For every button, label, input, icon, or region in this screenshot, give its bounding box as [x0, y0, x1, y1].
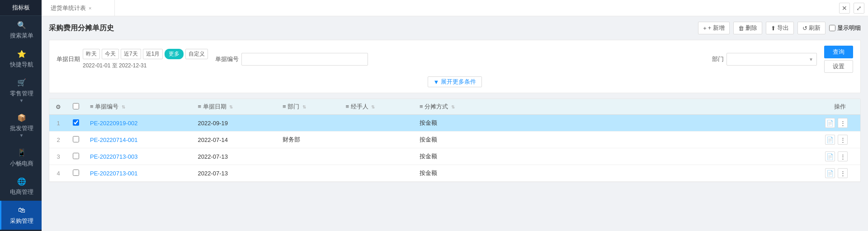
sidebar-item-search[interactable]: 🔍 搜索菜单 [0, 16, 42, 45]
more-button[interactable]: ⋮ [838, 168, 848, 178]
dept-filter: 部门 ▼ [712, 53, 817, 66]
row-split-method: 按金额 [414, 165, 820, 182]
row-checkbox[interactable] [73, 119, 79, 126]
date-filter-group: 昨天 今天 近7天 近1月 更多 自定义 2022-01-01 至 2022-1… [83, 49, 208, 70]
select-all-checkbox[interactable] [73, 103, 79, 109]
th-settings[interactable]: ⚙ [49, 99, 67, 115]
row-dept [277, 165, 340, 182]
refresh-button[interactable]: ↺ 刷新 [797, 22, 826, 34]
row-checkbox-cell [67, 165, 85, 182]
quick-icon: ⭐ [17, 49, 26, 59]
view-button[interactable]: 📄 [825, 168, 835, 178]
expand-more-button[interactable]: ▼ 展开更多条件 [428, 76, 482, 87]
add-button[interactable]: + + 新增 [698, 22, 730, 34]
delete-button[interactable]: 🗑 删除 [733, 22, 762, 34]
doc-num-input[interactable] [241, 53, 368, 66]
tab-incoming_stats[interactable]: 进货单统计表 × [45, 0, 115, 16]
filter-settings-button[interactable]: 设置 [824, 60, 853, 73]
page-header: 采购费用分摊单历史 + + 新增 🗑 删除 ⬆ 导出 ↺ 刷新 [49, 22, 861, 34]
view-button[interactable]: 📄 [825, 118, 835, 128]
tab-close-icon[interactable]: × [89, 5, 91, 11]
date-filter: 单据日期 昨天 今天 近7天 近1月 更多 自定义 2022-01-01 至 2… [57, 49, 208, 70]
today-btn[interactable]: 今天 [102, 49, 119, 59]
retail-icon: 🛒 [17, 78, 26, 88]
date-buttons: 昨天 今天 近7天 近1月 更多 自定义 [83, 49, 208, 59]
view-button[interactable]: 📄 [825, 151, 835, 161]
doc-num-label: 单据编号 [215, 55, 239, 63]
row-doc-date: 2022-09-19 [192, 115, 277, 132]
sort-icon: ⇅ [229, 104, 233, 109]
show-detail-checkbox[interactable] [829, 25, 835, 31]
export-button[interactable]: ⬆ 导出 [766, 22, 794, 34]
search-icon: 🔍 [17, 20, 26, 30]
sidebar-item-retail[interactable]: 🛒 零售管理 ▼ [0, 73, 42, 108]
row-checkbox[interactable] [73, 170, 79, 176]
table-row: 1 PE-20220919-002 2022-09-19 按金额 📄 ⋮ [49, 115, 860, 132]
custom-btn[interactable]: 自定义 [185, 49, 208, 59]
row-doc-num: PE-20220713-001 [85, 165, 192, 182]
more-btn[interactable]: 更多 [165, 49, 184, 59]
close-tab-button[interactable]: ✕ [839, 3, 850, 14]
row-checkbox[interactable] [73, 136, 79, 142]
sidebar-item-label: 采购管理 [10, 217, 33, 225]
th-handler: ≡ 经手人 ⇅ [340, 99, 414, 115]
row-checkbox[interactable] [73, 153, 79, 159]
th-doc-num: ≡ 单据编号 ⇅ [85, 99, 192, 115]
sidebar-item-label: 零售管理 [10, 90, 33, 98]
row-operation: 📄 ⋮ [820, 115, 860, 132]
doc-num-link[interactable]: PE-20220714-001 [90, 137, 138, 143]
sidebar-item-wholesale[interactable]: 📦 批发管理 ▼ [0, 108, 42, 144]
th-operation: 操作 [820, 99, 860, 115]
yesterday-btn[interactable]: 昨天 [83, 49, 100, 59]
add-icon: + [703, 25, 707, 32]
sidebar: 指标板 🔍 搜索菜单 ⭐ 快捷导航 🛒 零售管理 ▼ 📦 批发管理 ▼ 📱 小畅… [0, 0, 42, 231]
sidebar-item-ecommerce[interactable]: 🌐 电商管理 [0, 172, 42, 201]
table-header-row: ⚙ ≡ 单据编号 ⇅ ≡ 单据日期 ⇅ [49, 99, 860, 115]
doc-num-link[interactable]: PE-20220713-001 [90, 170, 138, 177]
view-icon: 📄 [826, 153, 834, 160]
doc-num-filter: 单据编号 [215, 53, 705, 66]
doc-num-link[interactable]: PE-20220713-003 [90, 153, 138, 160]
more-button[interactable]: ⋮ [838, 151, 848, 161]
sidebar-item-purchase[interactable]: 🛍 采购管理 [0, 201, 42, 230]
date-range-display: 2022-01-01 至 2022-12-31 [83, 62, 208, 70]
more-icon: ⋮ [840, 120, 846, 127]
expand-row: ▼ 展开更多条件 [57, 76, 853, 87]
last7days-btn[interactable]: 近7天 [121, 49, 141, 59]
last1month-btn[interactable]: 近1月 [143, 49, 163, 59]
row-checkbox-cell [67, 148, 85, 165]
chevron-down-icon: ▼ [434, 79, 439, 85]
sidebar-item-mini[interactable]: 📱 小畅电商 [0, 143, 42, 172]
view-icon: 📄 [826, 120, 834, 127]
sidebar-item-label: 批发管理 [10, 124, 33, 132]
page-content: 采购费用分摊单历史 + + 新增 🗑 删除 ⬆ 导出 ↺ 刷新 [42, 16, 868, 231]
more-icon: ⋮ [840, 153, 846, 160]
data-table: ⚙ ≡ 单据编号 ⇅ ≡ 单据日期 ⇅ [49, 99, 860, 182]
filter-row: 单据日期 昨天 今天 近7天 近1月 更多 自定义 2022-01-01 至 2… [57, 46, 853, 73]
dept-select-input[interactable] [726, 53, 817, 66]
th-doc-date: ≡ 单据日期 ⇅ [192, 99, 277, 115]
sort-icon: ⇅ [371, 104, 375, 109]
more-icon: ⋮ [840, 137, 846, 143]
purchase-icon: 🛍 [18, 205, 25, 215]
sort-icon: ⇅ [302, 104, 306, 109]
delete-icon: 🗑 [738, 25, 744, 32]
refresh-icon: ↺ [802, 25, 807, 32]
doc-num-link[interactable]: PE-20220919-002 [90, 120, 138, 127]
table-row: 3 PE-20220713-003 2022-07-13 按金额 📄 ⋮ [49, 148, 860, 165]
view-button[interactable]: 📄 [825, 135, 835, 145]
query-button[interactable]: 查询 [824, 46, 853, 58]
dept-label: 部门 [712, 55, 724, 63]
more-button[interactable]: ⋮ [838, 118, 848, 128]
row-number: 4 [49, 165, 67, 182]
expand-tab-button[interactable]: ⤢ [854, 3, 864, 14]
sidebar-item-quick[interactable]: ⭐ 快捷导航 [0, 45, 42, 74]
more-button[interactable]: ⋮ [838, 135, 848, 145]
row-number: 2 [49, 132, 67, 148]
th-dept: ≡ 部门 ⇅ [277, 99, 340, 115]
tab-label: 进货单统计表 [51, 4, 86, 12]
row-split-method: 按金额 [414, 115, 820, 132]
date-label: 单据日期 [57, 55, 80, 63]
sidebar-item-label: 电商管理 [10, 188, 33, 196]
row-operation: 📄 ⋮ [820, 165, 860, 182]
